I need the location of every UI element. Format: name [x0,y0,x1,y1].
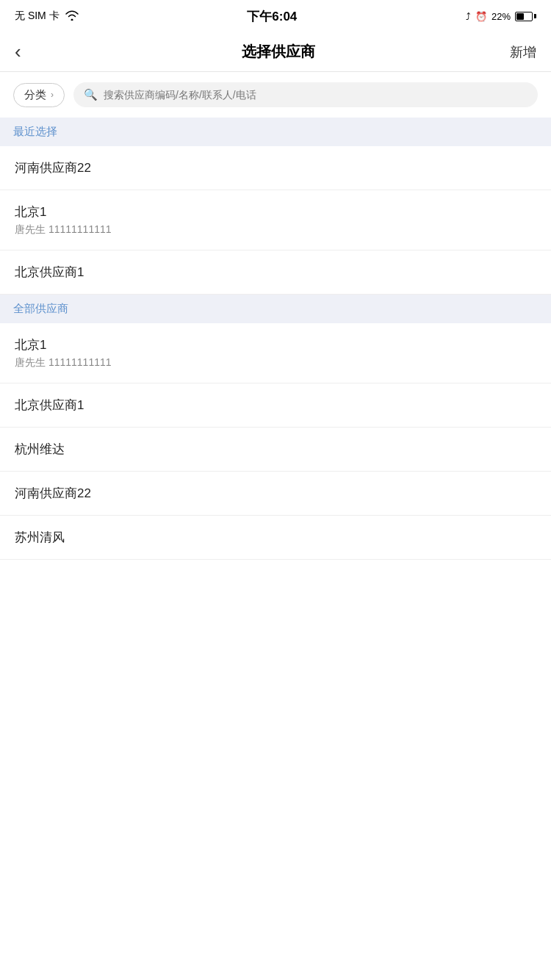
filter-bar: 分类 › 🔍 [0,72,551,118]
list-item[interactable]: 北京供应商1 [0,383,551,428]
item-name: 苏州清风 [15,529,536,546]
search-input[interactable] [104,89,527,101]
item-name: 北京供应商1 [15,397,536,414]
status-left: 无 SIM 卡 [15,10,79,23]
battery-icon [515,12,536,21]
status-right: ⤴ ⏰ 22% [466,11,536,22]
status-time: 下午6:04 [247,8,297,25]
chevron-icon: › [51,90,54,100]
item-name: 北京1 [15,203,536,220]
search-icon: 🔍 [84,88,98,101]
add-button[interactable]: 新增 [510,43,536,61]
list-item[interactable]: 杭州维达 [0,428,551,472]
item-name: 河南供应商22 [15,159,536,176]
status-bar: 无 SIM 卡 下午6:04 ⤴ ⏰ 22% [0,0,551,32]
recent-section-header: 最近选择 [0,118,551,146]
item-name: 北京供应商1 [15,264,536,281]
page-title: 选择供应商 [242,42,315,62]
recent-section-label: 最近选择 [13,125,57,137]
location-icon: ⤴ [466,11,471,22]
list-item[interactable]: 苏州清风 [0,516,551,560]
recent-list: 河南供应商22北京1唐先生 11111111111北京供应商1 [0,146,551,295]
nav-bar: ‹ 选择供应商 新增 [0,32,551,72]
category-label: 分类 [24,88,46,102]
item-name: 杭州维达 [15,441,536,458]
item-name: 北京1 [15,336,536,353]
battery-percent: 22% [491,11,511,22]
wifi-icon [65,10,79,23]
back-button[interactable]: ‹ [15,40,47,63]
search-container: 🔍 [73,82,538,107]
item-sub: 唐先生 11111111111 [15,356,536,370]
carrier-text: 无 SIM 卡 [15,10,60,23]
list-item[interactable]: 河南供应商22 [0,146,551,190]
item-sub: 唐先生 11111111111 [15,223,536,237]
list-item[interactable]: 河南供应商22 [0,472,551,516]
all-section-label: 全部供应商 [13,302,68,314]
list-item[interactable]: 北京供应商1 [0,251,551,295]
category-filter-button[interactable]: 分类 › [13,83,65,107]
list-item[interactable]: 北京1唐先生 11111111111 [0,190,551,251]
all-section-header: 全部供应商 [0,295,551,323]
alarm-icon: ⏰ [475,11,487,22]
all-list: 北京1唐先生 11111111111北京供应商1杭州维达河南供应商22苏州清风 [0,323,551,560]
item-name: 河南供应商22 [15,485,536,502]
list-item[interactable]: 北京1唐先生 11111111111 [0,323,551,383]
